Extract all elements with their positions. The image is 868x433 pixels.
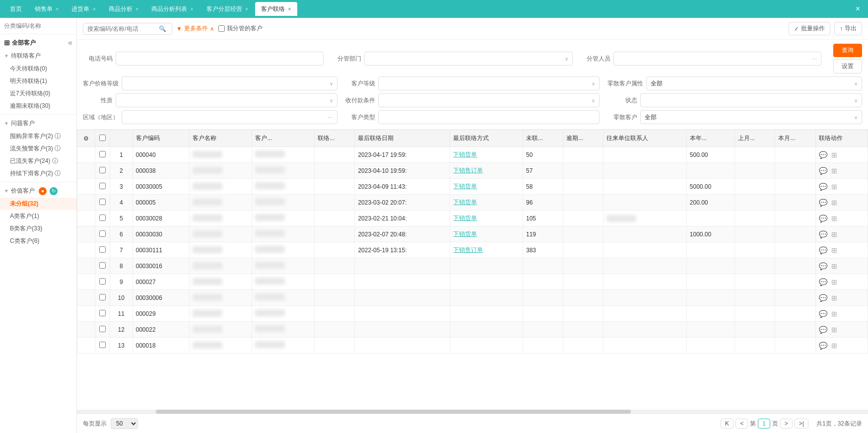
- batch-operations-button[interactable]: ✓ 批量操作: [789, 22, 830, 35]
- filter-search-input[interactable]: [87, 25, 157, 32]
- more-action-icon[interactable]: ⊞: [831, 278, 837, 286]
- more-action-icon[interactable]: ⊞: [831, 183, 837, 191]
- query-button[interactable]: 查询: [833, 44, 862, 57]
- th-current-year[interactable]: 本年...: [686, 130, 734, 147]
- cell-check[interactable]: [95, 290, 110, 306]
- window-close-icon[interactable]: ×: [852, 4, 864, 13]
- sidebar-collapse-icon[interactable]: «: [68, 38, 72, 47]
- tab-customer-tier[interactable]: 客户分层经营 ×: [200, 2, 254, 16]
- row-checkbox[interactable]: [99, 151, 106, 157]
- contact-method-link[interactable]: 下销货单: [453, 230, 477, 237]
- sidebar-item-tomorrow[interactable]: 明天待联络(1): [0, 75, 76, 87]
- more-action-icon[interactable]: ⊞: [831, 230, 837, 238]
- contact-method-link[interactable]: 下销货单: [453, 215, 477, 221]
- more-action-icon[interactable]: ⊞: [831, 326, 837, 334]
- contact-icon[interactable]: 💬: [819, 278, 827, 286]
- th-checkbox[interactable]: [95, 130, 110, 147]
- row-checkbox[interactable]: [99, 246, 106, 253]
- contact-method-link[interactable]: 下销货单: [453, 151, 477, 158]
- more-action-icon[interactable]: ⊞: [831, 294, 837, 302]
- area-more-icon[interactable]: ···: [328, 114, 333, 121]
- th-contact[interactable]: 联络...: [315, 130, 355, 147]
- next-page-button[interactable]: >: [780, 419, 793, 429]
- tab-home[interactable]: 首页: [4, 2, 28, 16]
- export-button[interactable]: ↑ 导出: [834, 22, 862, 35]
- th-code[interactable]: 客户编码: [133, 130, 190, 147]
- sidebar-all-customers-header[interactable]: ⊞ 全部客户 «: [0, 34, 76, 49]
- row-checkbox[interactable]: [99, 342, 106, 348]
- sidebar-item-warning[interactable]: 流失预警客户(3) ⓘ: [0, 143, 76, 155]
- cell-last-method[interactable]: 下销货单: [450, 226, 523, 242]
- contact-icon[interactable]: 💬: [819, 230, 827, 238]
- th-current-month[interactable]: 本月...: [775, 130, 815, 147]
- contact-icon[interactable]: 💬: [819, 183, 827, 191]
- cell-check[interactable]: [95, 242, 110, 258]
- th-last-date[interactable]: 最后联络日期: [355, 130, 450, 147]
- cell-last-method[interactable]: [450, 322, 523, 338]
- th-name[interactable]: 客户名称: [190, 130, 252, 147]
- dept-input[interactable]: ∨: [364, 52, 572, 66]
- contact-icon[interactable]: 💬: [819, 342, 827, 350]
- customer-type-input[interactable]: [378, 110, 600, 124]
- cell-last-method[interactable]: 下销货单: [450, 147, 523, 163]
- value-refresh-icon[interactable]: ↻: [50, 187, 58, 195]
- tab-goods-analysis-list[interactable]: 商品分析列表 ×: [145, 2, 199, 16]
- scrollbar-thumb[interactable]: [156, 410, 630, 414]
- cell-last-method[interactable]: 下销售订单: [450, 163, 523, 179]
- row-checkbox[interactable]: [99, 167, 106, 173]
- contact-icon[interactable]: 💬: [819, 326, 827, 334]
- cell-check[interactable]: [95, 163, 110, 179]
- sidebar-item-c[interactable]: C类客户(6): [0, 235, 76, 247]
- sidebar-item-b[interactable]: B类客户(33): [0, 222, 76, 235]
- th-settings[interactable]: ⚙: [77, 130, 95, 147]
- cell-check[interactable]: [95, 147, 110, 163]
- sidebar-item-abnormal[interactable]: 囤购异常客户(2) ⓘ: [0, 130, 76, 143]
- sidebar-item-ungroup[interactable]: 未分组(32): [0, 198, 76, 210]
- row-checkbox[interactable]: [99, 278, 106, 285]
- th-overdue[interactable]: 逾期...: [563, 130, 603, 147]
- contact-method-link[interactable]: 下销售订单: [453, 167, 483, 174]
- cell-check[interactable]: [95, 274, 110, 290]
- more-action-icon[interactable]: ⊞: [831, 246, 837, 254]
- cell-last-method[interactable]: [450, 274, 523, 290]
- staff-more-icon[interactable]: ···: [812, 55, 817, 62]
- cell-last-method[interactable]: [450, 338, 523, 354]
- cell-check[interactable]: [95, 306, 110, 322]
- more-action-icon[interactable]: ⊞: [831, 167, 837, 175]
- row-checkbox[interactable]: [99, 215, 106, 221]
- cell-check[interactable]: [95, 211, 110, 226]
- cell-last-method[interactable]: 下销货单: [450, 195, 523, 211]
- sidebar-item-7days[interactable]: 近7天待联络(0): [0, 87, 76, 100]
- tab-goods-analysis-close-icon[interactable]: ×: [135, 6, 138, 12]
- status-input[interactable]: ∨: [640, 93, 862, 107]
- payment-input[interactable]: ∨: [378, 93, 600, 107]
- retail-attr-input[interactable]: 全部 ∨: [646, 76, 862, 90]
- more-action-icon[interactable]: ⊞: [831, 310, 837, 318]
- contact-method-link[interactable]: 下销售订单: [453, 246, 483, 253]
- sidebar-item-a[interactable]: A类客户(1): [0, 210, 76, 222]
- staff-input[interactable]: ···: [613, 52, 821, 66]
- horizontal-scrollbar[interactable]: [77, 410, 868, 414]
- sidebar-value-section[interactable]: ▼ 价值客户 ● ↻: [0, 184, 76, 198]
- filter-my-customer-checkbox[interactable]: [218, 25, 225, 32]
- cell-last-method[interactable]: [450, 306, 523, 322]
- cell-last-method[interactable]: 下销售订单: [450, 242, 523, 258]
- cell-check[interactable]: [95, 338, 110, 354]
- row-checkbox[interactable]: [99, 294, 106, 300]
- tab-purchase-close-icon[interactable]: ×: [92, 6, 95, 12]
- sidebar-item-lost[interactable]: 已流失客户(24) ⓘ: [0, 155, 76, 167]
- cell-check[interactable]: [95, 179, 110, 195]
- cell-last-method[interactable]: [450, 290, 523, 306]
- tab-sale[interactable]: 销售单 ×: [29, 2, 65, 16]
- tab-goods-analysis[interactable]: 商品分析 ×: [103, 2, 144, 16]
- more-action-icon[interactable]: ⊞: [831, 151, 837, 159]
- cell-check[interactable]: [95, 322, 110, 338]
- tab-sale-close-icon[interactable]: ×: [56, 6, 59, 12]
- row-checkbox[interactable]: [99, 310, 106, 316]
- more-action-icon[interactable]: ⊞: [831, 262, 837, 270]
- cell-check[interactable]: [95, 195, 110, 211]
- page-size-select[interactable]: 50 100 200: [111, 418, 138, 429]
- customer-level-input[interactable]: ∨: [378, 76, 600, 90]
- contact-icon[interactable]: 💬: [819, 262, 827, 270]
- select-all-checkbox[interactable]: [99, 135, 106, 141]
